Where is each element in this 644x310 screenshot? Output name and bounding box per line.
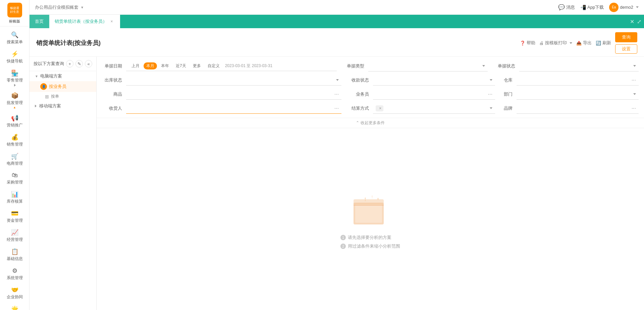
goods-field[interactable]: ··· — [126, 89, 341, 100]
tab-sales-stat-label: 销货单统计表（按业务员） — [55, 18, 107, 24]
retail-expand-icon — [14, 84, 16, 87]
help-button[interactable]: ❓ 帮助 — [520, 40, 535, 46]
bill-type-field[interactable] — [368, 61, 488, 71]
sidebar-item-ecommerce[interactable]: 🛒 电商管理 — [0, 150, 29, 169]
sidebar-item-wholesale[interactable]: 📦 批发管理 ▲ — [0, 89, 29, 112]
sidebar-item-basic-info[interactable]: 📋 基础信息 — [0, 245, 29, 264]
topbar: 办公用品行业模拟账套 ▾ 💬 消息 📲 App下载 Ea demo2 — [30, 0, 644, 15]
dept-field[interactable] — [517, 89, 639, 100]
app-download-button[interactable]: 📲 App下载 — [580, 4, 604, 10]
new-guide-icon: 🌟 — [11, 305, 18, 310]
sidebar-item-enterprise[interactable]: 🤝 企业协同 — [0, 283, 29, 303]
sidebar-item-marketing[interactable]: 📢 营销推广 — [0, 112, 29, 131]
print-label: 按模板打印 — [545, 40, 567, 46]
settings-button[interactable]: 设置 — [615, 44, 637, 54]
retail-icon: 🏪 — [11, 69, 18, 77]
query-button[interactable]: 查询 — [615, 32, 637, 42]
warehouse-field[interactable]: ··· — [517, 75, 639, 86]
sidebar-item-system[interactable]: ⚙ 系统管理 — [0, 264, 29, 283]
wholesale-expand-indicator: ▲ — [13, 106, 16, 109]
sidebar-item-finance[interactable]: 💳 资金管理 — [0, 207, 29, 226]
print-button[interactable]: 🖨 按模板打印 — [539, 40, 572, 46]
grid-icon: ⊞ — [45, 94, 49, 99]
avatar: Ea — [609, 3, 619, 12]
add-scheme-button[interactable]: + — [66, 60, 73, 67]
date-tab-last-7-days[interactable]: 近7天 — [173, 62, 189, 69]
date-label: 单据日期 — [102, 63, 122, 69]
sidebar-nav: 🔍 搜索菜单 ⚡ 快捷导航 🏪 零售管理 📦 批发管理 ▲ 📢 营销推广 💰 销… — [0, 27, 29, 310]
sidebar-label-inventory: 库存核算 — [7, 199, 23, 204]
user-profile[interactable]: Ea demo2 — [609, 3, 639, 12]
date-tab-this-year[interactable]: 本年 — [158, 62, 172, 69]
export-icon: 📤 — [576, 41, 582, 46]
tab-close-button[interactable]: × — [109, 19, 114, 24]
brand-dots: ··· — [632, 106, 636, 111]
sidebar-item-new-guide[interactable]: 🌟 新手引导 — [0, 303, 29, 310]
help-icon: ❓ — [520, 41, 525, 46]
consignee-field[interactable]: ··· — [126, 103, 341, 114]
out-status-field[interactable] — [126, 75, 341, 86]
filter-row-3: 商品 ··· 业务员 ··· 部门 — [102, 89, 639, 100]
date-filter[interactable]: 上月 本月 本年 近7天 更多 自定义 2023-03-01 至 2023-03… — [126, 61, 337, 71]
right-panel: 单据日期 上月 本月 本年 近7天 更多 自定义 2023-03-01 至 20… — [97, 57, 644, 310]
finance-icon: 💳 — [11, 210, 18, 217]
sidebar-label-operations: 经营管理 — [7, 237, 23, 243]
salesperson-dot-icon: 👤 — [42, 85, 46, 88]
print-dropdown-icon — [570, 42, 572, 44]
sidebar-label-search: 搜索菜单 — [7, 39, 23, 45]
sidebar-item-quick-nav[interactable]: ⚡ 快捷导航 — [0, 48, 29, 67]
content: 销货单统计表(按业务员) ❓ 帮助 🖨 按模板打印 📤 导出 — [30, 28, 644, 310]
messages-button[interactable]: 💬 消息 — [558, 4, 575, 10]
tree-arrow-desktop: ▼ — [35, 74, 38, 78]
tab-expand-button[interactable]: ⤢ — [637, 18, 641, 25]
sidebar-item-inventory[interactable]: 📊 库存核算 — [0, 188, 29, 207]
dept-label: 部门 — [499, 91, 513, 97]
svg-text:↑: ↑ — [364, 196, 367, 202]
salesperson-field[interactable]: ··· — [373, 89, 495, 100]
date-tab-last-month[interactable]: 上月 — [129, 62, 142, 69]
collapse-panel-button[interactable]: « — [85, 60, 92, 67]
bill-status-field[interactable] — [519, 61, 639, 71]
sidebar-item-retail[interactable]: 🏪 零售管理 — [0, 67, 29, 89]
date-tab-custom[interactable]: 自定义 — [205, 62, 222, 69]
brand-field[interactable]: ··· — [517, 103, 639, 114]
sidebar-item-operations[interactable]: 📈 经营管理 — [0, 226, 29, 245]
payment-method-field[interactable]: × — [373, 103, 495, 114]
quick-nav-icon: ⚡ — [11, 50, 18, 58]
bill-type-label: 单据类型 — [341, 63, 364, 69]
page-actions: ❓ 帮助 🖨 按模板打印 📤 导出 🔄 刷新 — [520, 40, 611, 46]
sidebar-label-retail: 零售管理 — [7, 78, 23, 83]
tab-home[interactable]: 首页 — [30, 15, 49, 28]
refresh-button[interactable]: 🔄 刷新 — [596, 40, 611, 46]
payment-tag-remove[interactable]: × — [379, 106, 381, 111]
enterprise-icon: 🤝 — [11, 286, 18, 294]
sidebar-item-search[interactable]: 🔍 搜索菜单 — [0, 29, 29, 48]
message-icon: 💬 — [558, 4, 565, 10]
sidebar-item-purchase[interactable]: 🛍 采购管理 — [0, 169, 29, 188]
tree-child-salesperson[interactable]: 👤 按业务员 — [30, 81, 96, 92]
date-tab-more[interactable]: 更多 — [190, 62, 204, 69]
operations-icon: 📈 — [11, 229, 18, 236]
tree-group-desktop-label: 电脑端方案 — [40, 73, 62, 79]
receive-status-caret — [490, 79, 492, 81]
tree-group-mobile[interactable]: 移动端方案 — [30, 101, 96, 111]
receive-status-field[interactable] — [373, 75, 495, 86]
export-button[interactable]: 📤 导出 — [576, 40, 592, 46]
warehouse-label: 仓库 — [499, 77, 513, 83]
sidebar-label-basic-info: 基础信息 — [7, 256, 23, 262]
tree-group-desktop[interactable]: ▼ 电脑端方案 — [30, 71, 96, 81]
marketing-icon: 📢 — [11, 114, 18, 122]
tab-sales-stat[interactable]: 销货单统计表（按业务员） × — [49, 15, 120, 28]
tree-sub-by-order[interactable]: ⊞ 按单 — [30, 92, 96, 101]
sidebar-label-enterprise: 企业协同 — [7, 294, 23, 300]
topbar-dropdown-icon[interactable]: ▾ — [81, 5, 83, 10]
empty-hint-2: 用过滤条件来缩小分析范围 — [340, 242, 400, 251]
collapse-bar[interactable]: ⌃ 收起更多条件 — [97, 118, 644, 128]
empty-state: ↑ ↑ ✦ 请先选择要分析的方案 用过滤条件来缩小分析范围 — [97, 128, 644, 310]
edit-scheme-button[interactable]: ✎ — [75, 60, 83, 67]
tab-close-all-button[interactable]: ✕ — [630, 18, 634, 25]
left-panel-header-actions: + ✎ « — [66, 60, 92, 67]
sidebar: 畅捷通好生意 标账版 🔍 搜索菜单 ⚡ 快捷导航 🏪 零售管理 📦 批发管理 ▲… — [0, 0, 30, 310]
date-tab-this-month[interactable]: 本月 — [144, 62, 157, 69]
sidebar-item-sales[interactable]: 💰 销售管理 — [0, 131, 29, 150]
